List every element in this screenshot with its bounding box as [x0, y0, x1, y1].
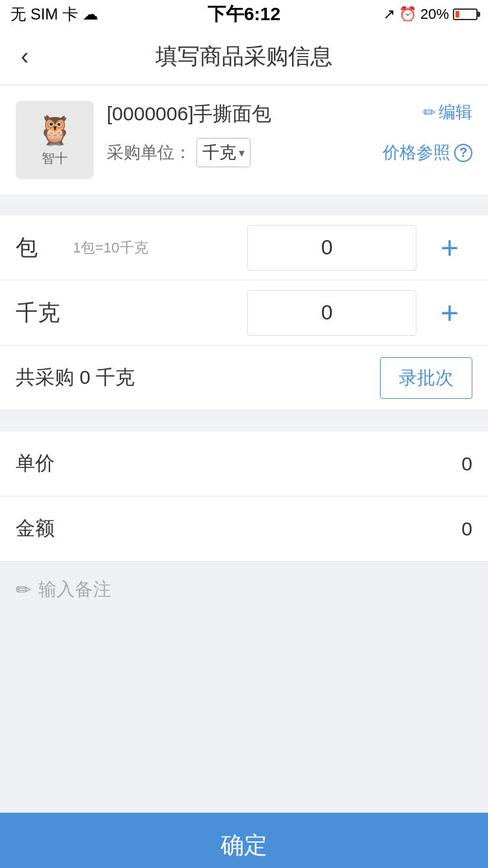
- bag-sublabel: 1包=10千克: [73, 238, 148, 258]
- summary-row: 共采购 0 千克 录批次: [0, 346, 488, 411]
- kg-input-wrapper: +: [68, 290, 472, 336]
- pencil-icon: ✏: [16, 579, 31, 601]
- status-time: 下午6:12: [208, 2, 280, 27]
- price-ref-label: 价格参照: [383, 141, 450, 164]
- unit-price-label: 单价: [16, 450, 55, 477]
- brand-label: 智十: [42, 150, 68, 167]
- status-left: 无 SIM 卡 ☁: [10, 4, 98, 25]
- notes-placeholder: 输入备注: [38, 577, 111, 602]
- separator-2: [0, 411, 488, 421]
- battery-percent: 20%: [420, 6, 449, 23]
- product-image: 🦉 智十: [16, 101, 94, 179]
- product-header: [0000006]手撕面包 ✏ 编辑: [107, 101, 472, 128]
- edit-icon: ✏: [423, 103, 436, 122]
- unit-label: 采购单位： 千克 ▾: [107, 138, 251, 167]
- kg-input[interactable]: [247, 290, 416, 336]
- location-icon: ↗: [383, 6, 395, 23]
- unit-price-row: 单价 0: [0, 431, 488, 496]
- amount-value: 0: [461, 518, 472, 540]
- amount-label: 金额: [16, 515, 55, 542]
- separator-1: [0, 205, 488, 215]
- status-right: ↗ ⏰ 20%: [383, 6, 478, 23]
- form-section: 包 1包=10千克 + 千克 +: [0, 215, 488, 346]
- info-section: 单价 0 金额 0: [0, 431, 488, 562]
- kg-plus-button[interactable]: +: [427, 290, 472, 336]
- edit-label: 编辑: [439, 101, 472, 124]
- price-reference-button[interactable]: 价格参照 ?: [383, 141, 472, 164]
- edit-button[interactable]: ✏ 编辑: [423, 101, 472, 124]
- kg-row: 千克 +: [0, 280, 488, 346]
- empty-space: [0, 617, 488, 813]
- alarm-icon: ⏰: [399, 6, 416, 23]
- main-content: 🦉 智十 [0000006]手撕面包 ✏ 编辑 采购单位： 千克 ▾: [0, 85, 488, 813]
- product-logo-icon: 🦉: [37, 113, 73, 147]
- nav-bar: ‹ 填写商品采购信息: [0, 28, 488, 85]
- bag-row: 包 1包=10千克 +: [0, 215, 488, 280]
- status-bar: 无 SIM 卡 ☁ 下午6:12 ↗ ⏰ 20%: [0, 0, 488, 28]
- notes-section[interactable]: ✏ 输入备注: [0, 562, 488, 617]
- summary-label: 共采购: [16, 366, 74, 388]
- kg-label: 千克: [16, 298, 68, 328]
- unit-value: 千克: [202, 141, 236, 164]
- product-name: [0000006]手撕面包: [107, 101, 271, 128]
- summary-text: 共采购 0 千克: [16, 364, 135, 391]
- bag-input[interactable]: [247, 225, 416, 271]
- product-info: [0000006]手撕面包 ✏ 编辑 采购单位： 千克 ▾ 价格参照 ?: [107, 101, 472, 167]
- battery-fill: [455, 11, 459, 18]
- page-title: 填写商品采购信息: [156, 42, 332, 72]
- product-card: 🦉 智十 [0000006]手撕面包 ✏ 编辑 采购单位： 千克 ▾: [0, 85, 488, 195]
- summary-amount: 0: [79, 366, 96, 388]
- chevron-down-icon: ▾: [239, 146, 245, 160]
- bag-label: 包: [16, 233, 68, 263]
- summary-unit: 千克: [96, 366, 135, 388]
- unit-price-value: 0: [461, 453, 472, 475]
- sim-indicator: 无 SIM 卡 ☁: [10, 4, 98, 25]
- confirm-button[interactable]: 确定: [0, 813, 488, 868]
- help-icon: ?: [454, 144, 472, 162]
- battery-icon: [453, 8, 478, 20]
- product-unit-row: 采购单位： 千克 ▾ 价格参照 ?: [107, 138, 472, 167]
- bag-plus-button[interactable]: +: [427, 225, 472, 271]
- batch-button[interactable]: 录批次: [380, 357, 472, 399]
- back-button[interactable]: ‹: [16, 38, 34, 75]
- bag-input-wrapper: +: [148, 225, 472, 271]
- amount-row: 金额 0: [0, 496, 488, 562]
- unit-select[interactable]: 千克 ▾: [197, 138, 251, 167]
